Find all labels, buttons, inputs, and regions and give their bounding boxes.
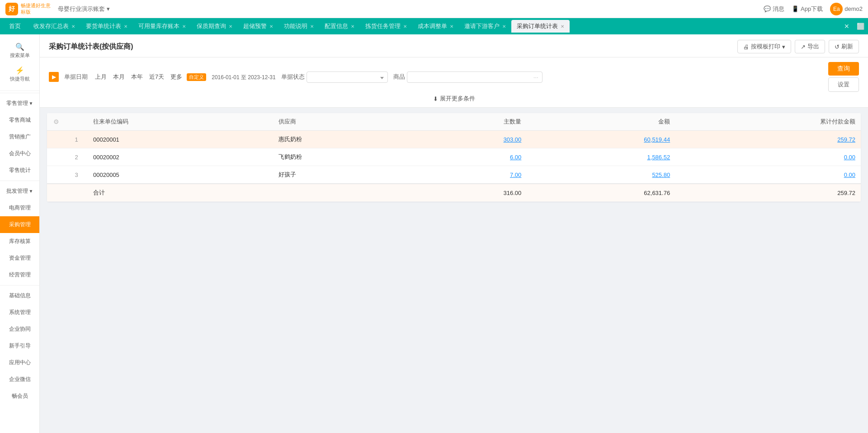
row-quantity[interactable]: 6.00 [411, 148, 527, 166]
sidebar-item-newguide[interactable]: 新手引导 [0, 338, 39, 354]
row-amount[interactable]: 1,586.52 [527, 148, 675, 166]
row-paid[interactable]: 259.72 [675, 131, 861, 148]
sidebar-item-retail-shop[interactable]: 零售商城 [0, 112, 39, 128]
tab-baozhi[interactable]: 保质期查询 ✕ [191, 20, 238, 33]
action-buttons: 查询 设置 [828, 62, 859, 92]
sidebar-item-purchase[interactable]: 采购管理 [0, 216, 39, 233]
print-icon: 🖨 [743, 43, 749, 50]
template-print-button[interactable]: 🖨 按模板打印 ▾ [737, 40, 791, 53]
sidebar-divider [0, 93, 39, 93]
sidebar-item-appcenter[interactable]: 应用中心 [0, 354, 39, 371]
tab-yaoqing[interactable]: 邀请下游客户 ✕ [459, 20, 511, 33]
tab-shoufa[interactable]: 收发存汇总表 ✕ [28, 20, 80, 33]
refresh-button[interactable]: ↺ 刷新 [829, 40, 859, 53]
sidebar-item-basic[interactable]: 基础信息 [0, 287, 39, 304]
content-area: 采购订单统计表(按供应商) 🖨 按模板打印 ▾ ↗ 导出 ↺ 刷新 [40, 34, 868, 433]
tab-peizhi[interactable]: 配置信息 ✕ [319, 20, 360, 33]
close-icon[interactable]: ✕ [269, 24, 273, 29]
footer-paid: 259.72 [675, 184, 861, 202]
sidebar-item-wechat[interactable]: 企业微信 [0, 371, 39, 388]
date-shortcut-this-month[interactable]: 本月 [111, 72, 127, 82]
sidebar-item-operation[interactable]: 经营管理 [0, 266, 39, 283]
sidebar-item-enterprise[interactable]: 企业协同 [0, 321, 39, 338]
footer-quantity: 316.00 [411, 184, 527, 202]
close-icon[interactable]: ✕ [71, 24, 75, 29]
arrow-icon: ▼ [29, 189, 33, 194]
sidebar-divider-2 [0, 181, 39, 181]
row-quantity[interactable]: 7.00 [411, 166, 527, 184]
sidebar-item-inventory[interactable]: 库存核算 [0, 233, 39, 250]
close-icon[interactable]: ✕ [561, 24, 564, 29]
row-quantity[interactable]: 303.00 [411, 131, 527, 148]
custom-date-badge[interactable]: 自定义 [187, 73, 206, 81]
query-button[interactable]: 查询 [828, 62, 859, 76]
close-icon[interactable]: ✕ [450, 24, 453, 29]
sidebar-item-wholesale[interactable]: 批发管理 ▼ [0, 183, 39, 200]
tab-yaohuo[interactable]: 要货单统计表 ✕ [80, 20, 133, 33]
main-layout: 🔍 搜索菜单 ⚡ 快捷导航 零售管理 ▼ 零售商城 营销推广 会员中心 零售统计… [0, 34, 868, 433]
sidebar-item-retail-stats[interactable]: 零售统计 [0, 162, 39, 179]
nav-expand-button[interactable]: ⬜ [855, 22, 866, 31]
page-title: 采购订单统计表(按供应商) [49, 42, 133, 52]
footer-amount: 62,631.76 [527, 184, 675, 202]
close-icon[interactable]: ✕ [182, 24, 186, 29]
user-avatar[interactable]: Ea demo2 [830, 3, 863, 15]
close-icon[interactable]: ✕ [502, 24, 506, 29]
sidebar-item-vip[interactable]: 畅会员 [0, 388, 39, 404]
status-select[interactable] [307, 71, 388, 83]
avatar: Ea [830, 3, 843, 15]
row-paid[interactable]: 0.00 [675, 148, 861, 166]
status-label: 单据状态 [281, 73, 305, 81]
sidebar-item-quick[interactable]: ⚡ 快捷导航 [4, 62, 36, 86]
row-amount[interactable]: 60,519.44 [527, 131, 675, 148]
page-header-actions: 🖨 按模板打印 ▾ ↗ 导出 ↺ 刷新 [737, 40, 859, 53]
date-shortcut-more[interactable]: 更多 [169, 72, 184, 82]
date-shortcut-this-year[interactable]: 本年 [129, 72, 145, 82]
sidebar-item-marketing[interactable]: 营销推广 [0, 128, 39, 145]
row-code: 00020002 [88, 148, 273, 166]
close-icon[interactable]: ✕ [310, 24, 314, 29]
workspace-selector[interactable]: 母婴行业演示账套 ▾ [54, 3, 113, 15]
tab-chaochun[interactable]: 超储预警 ✕ [238, 20, 278, 33]
settings-button[interactable]: 设置 [828, 77, 859, 92]
status-filter: 单据状态 [281, 71, 388, 83]
chevron-down-icon [378, 74, 384, 81]
sidebar-item-search[interactable]: 🔍 搜索菜单 [4, 39, 36, 62]
export-button[interactable]: ↗ 导出 [795, 40, 825, 53]
close-icon[interactable]: ✕ [403, 24, 407, 29]
date-shortcuts: 上月 本月 本年 近7天 更多 自定义 [93, 72, 206, 82]
row-index: 3 [65, 166, 88, 184]
col-index [65, 113, 88, 131]
row-paid[interactable]: 0.00 [675, 166, 861, 184]
filter-collapse-button[interactable]: ▶ [49, 72, 59, 82]
sidebar-item-system[interactable]: 系统管理 [0, 304, 39, 321]
close-icon[interactable]: ✕ [124, 24, 127, 29]
goods-label: 商品 [393, 73, 405, 81]
tab-gongneng[interactable]: 功能说明 ✕ [278, 20, 319, 33]
nav-close-button[interactable]: ✕ [842, 22, 851, 31]
sidebar-item-member[interactable]: 会员中心 [0, 145, 39, 162]
tab-kuyun[interactable]: 可用量库存账本 ✕ [133, 20, 191, 33]
date-shortcut-7days[interactable]: 近7天 [147, 72, 166, 82]
sidebar-item-ecommerce[interactable]: 电商管理 [0, 200, 39, 216]
row-settings [47, 166, 65, 184]
tab-chengben[interactable]: 成本调整单 ✕ [412, 20, 459, 33]
tab-home[interactable]: 首页 [2, 20, 28, 33]
tab-caigou[interactable]: 采购订单统计表 ✕ [511, 20, 570, 33]
page-header: 采购订单统计表(按供应商) 🖨 按模板打印 ▾ ↗ 导出 ↺ 刷新 [40, 34, 868, 57]
row-amount[interactable]: 525.80 [527, 166, 675, 184]
app-download-button[interactable]: 📱 App下载 [792, 5, 823, 13]
close-icon[interactable]: ✕ [229, 24, 232, 29]
date-shortcut-last-month[interactable]: 上月 [93, 72, 108, 82]
goods-input[interactable]: ··· [407, 71, 542, 83]
close-icon[interactable]: ✕ [351, 24, 354, 29]
col-code: 往来单位编码 [88, 113, 273, 131]
sidebar-item-zero-retail[interactable]: 零售管理 ▼ [0, 95, 39, 112]
sidebar-item-finance[interactable]: 资金管理 [0, 250, 39, 266]
chevron-down-icon: ▾ [782, 43, 785, 50]
tab-pihuo[interactable]: 拣货任务管理 ✕ [360, 20, 412, 33]
filter-expand-button[interactable]: ⬇ 展开更多条件 [49, 92, 859, 103]
settings-col-icon[interactable]: ⚙ [53, 118, 59, 125]
date-range-text: 2016-01-01 至 2023-12-31 [212, 74, 275, 81]
message-button[interactable]: 💬 消息 [764, 5, 784, 13]
